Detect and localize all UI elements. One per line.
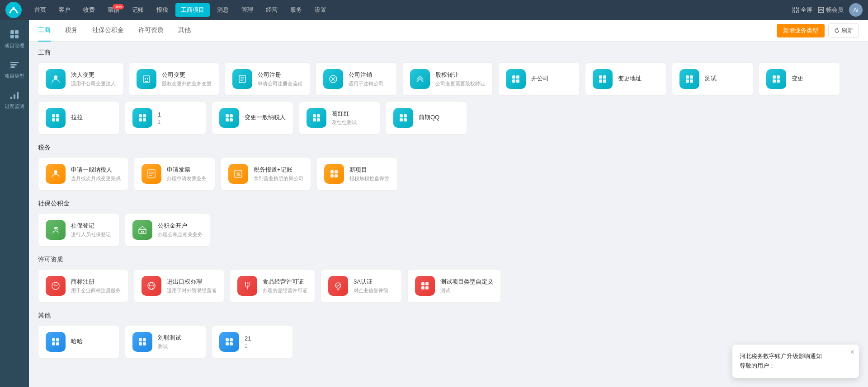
card-税务报道+记账[interactable]: 税税务报道+记账拿到营业执照的新公司 bbox=[221, 157, 311, 191]
card-股权转让[interactable]: 股权转让公司变更需要股权转让 bbox=[402, 62, 493, 96]
card-desc-公司注销: 适用于注销公司 bbox=[349, 80, 389, 87]
nav-item-消息[interactable]: 消息 bbox=[212, 3, 234, 17]
nav-item-设置[interactable]: 设置 bbox=[309, 3, 332, 17]
card-21[interactable]: 211 bbox=[212, 325, 293, 359]
svg-rect-43 bbox=[773, 79, 776, 83]
card-公司变更[interactable]: 公司变更股权变更外的业务变更 bbox=[129, 62, 219, 96]
nav-item-记账[interactable]: 记账 bbox=[127, 3, 149, 17]
card-法人变更[interactable]: 法人变更适用于公司变更法人 bbox=[38, 62, 123, 96]
card-text-21: 211 bbox=[245, 335, 285, 349]
card-desc-食品经营许可证: 办理食品经营许可证 bbox=[263, 287, 307, 294]
card-食品经营许可证[interactable]: 食品经营许可证办理食品经营许可证 bbox=[230, 269, 315, 303]
nav-item-客户[interactable]: 客户 bbox=[53, 3, 76, 17]
card-desc-21: 1 bbox=[245, 343, 285, 349]
sidebar-item-进度监测[interactable]: 进度监测 bbox=[0, 84, 29, 114]
card-text-公司注册: 公司注册申请公司注册全流程 bbox=[258, 71, 302, 87]
notification-close-button[interactable]: × bbox=[850, 348, 854, 356]
vip-button[interactable]: 畅会员 bbox=[818, 6, 844, 14]
refresh-button[interactable]: 刷新 bbox=[828, 23, 859, 38]
card-变更一般纳税人[interactable]: 变更一般纳税人 bbox=[212, 101, 293, 135]
sidebar-label-0: 项目管理 bbox=[5, 42, 24, 49]
card-测试项目类型自定义[interactable]: 测试项目类型自定义测试 bbox=[407, 269, 501, 303]
sub-tab-税务[interactable]: 税务 bbox=[65, 20, 78, 42]
card-新项目[interactable]: 新项目报税加税控盘保管 bbox=[316, 157, 398, 191]
card-text-公积金开户: 公积金开户办理公积金相关业务 bbox=[158, 222, 203, 238]
card-icon-变更一般纳税人 bbox=[219, 108, 239, 128]
card-icon-公司注册 bbox=[232, 69, 252, 89]
card-text-变更地址: 变更地址 bbox=[618, 75, 659, 84]
card-申请一般纳税人[interactable]: 申请一般纳税人当月或次月成变更完成 bbox=[38, 157, 128, 191]
avatar[interactable]: Ai bbox=[849, 3, 863, 17]
nav-item-经营[interactable]: 经营 bbox=[260, 3, 283, 17]
svg-rect-62 bbox=[404, 114, 407, 117]
card-desc-商标注册: 用于企业商标注册服务 bbox=[71, 287, 121, 294]
card-icon-公司注销 bbox=[323, 69, 343, 89]
card-商标注册[interactable]: ™商标注册用于企业商标注册服务 bbox=[38, 269, 128, 303]
card-葛红红[interactable]: 葛红红葛红红测试 bbox=[299, 101, 380, 135]
card-公积金开户[interactable]: 公积金开户办理公积金相关业务 bbox=[125, 213, 210, 247]
svg-point-17 bbox=[54, 75, 57, 79]
nav-item-票据[interactable]: 票据new bbox=[102, 3, 125, 17]
svg-rect-35 bbox=[599, 79, 602, 83]
card-测试[interactable]: 测试 bbox=[672, 62, 753, 96]
card-icon-食品经营许可证 bbox=[237, 276, 257, 296]
card-申请发票[interactable]: 申请发票办理申请发票业务 bbox=[134, 157, 215, 191]
nav-item-工商项目[interactable]: 工商项目 bbox=[175, 3, 210, 17]
svg-text:™: ™ bbox=[53, 284, 58, 289]
svg-rect-9 bbox=[10, 35, 14, 38]
svg-rect-16 bbox=[17, 92, 19, 99]
svg-rect-12 bbox=[10, 64, 17, 65]
vip-label: 畅会员 bbox=[826, 6, 844, 14]
card-1[interactable]: 11 bbox=[125, 101, 206, 135]
nav-item-报税[interactable]: 报税 bbox=[151, 3, 174, 17]
svg-rect-44 bbox=[777, 79, 780, 83]
card-进出口权办理[interactable]: 进出口权办理适用于对外贸易经营者 bbox=[134, 269, 224, 303]
card-icon-变更 bbox=[766, 69, 786, 89]
nav-item-管理[interactable]: 管理 bbox=[236, 3, 259, 17]
card-公司注销[interactable]: 公司注销适用于注销公司 bbox=[316, 62, 397, 96]
sidebar-item-项目类型[interactable]: 项目类型 bbox=[0, 54, 29, 84]
card-哈哈[interactable]: 哈哈 bbox=[38, 325, 119, 359]
svg-rect-4 bbox=[793, 11, 795, 13]
card-icon-公司变更 bbox=[137, 69, 156, 89]
card-text-食品经营许可证: 食品经营许可证办理食品经营许可证 bbox=[263, 278, 307, 294]
svg-rect-3 bbox=[797, 7, 799, 9]
card-开公司[interactable]: 开公司 bbox=[498, 62, 580, 96]
nav-item-首页[interactable]: 首页 bbox=[29, 3, 52, 17]
sidebar-item-项目管理[interactable]: 项目管理 bbox=[0, 23, 29, 54]
nav-item-服务[interactable]: 服务 bbox=[285, 3, 307, 17]
card-text-申请一般纳税人: 申请一般纳税人当月或次月成变更完成 bbox=[71, 166, 121, 182]
card-变更地址[interactable]: 变更地址 bbox=[585, 62, 666, 96]
card-text-申请发票: 申请发票办理申请发票业务 bbox=[167, 166, 208, 182]
svg-rect-50 bbox=[143, 114, 146, 117]
svg-rect-80 bbox=[143, 231, 144, 233]
logo-icon[interactable] bbox=[5, 2, 22, 18]
svg-rect-48 bbox=[56, 118, 59, 121]
card-text-开公司: 开公司 bbox=[531, 75, 572, 84]
card-公司注册[interactable]: 公司注册申请公司注册全流程 bbox=[225, 62, 310, 96]
card-拉拉[interactable]: 拉拉 bbox=[38, 101, 119, 135]
card-name-前期QQ: 前期QQ bbox=[419, 113, 459, 121]
card-刘聪测试[interactable]: 刘聪测试测试 bbox=[125, 325, 206, 359]
card-社保登记[interactable]: 社保登记进行人员社保登记 bbox=[38, 213, 119, 247]
svg-point-0 bbox=[5, 2, 22, 18]
sub-tab-其他[interactable]: 其他 bbox=[178, 20, 191, 42]
nav-right: 全屏 畅会员 Ai bbox=[793, 3, 863, 17]
fullscreen-button[interactable]: 全屏 bbox=[793, 6, 812, 14]
card-3A认证[interactable]: 3A认证对企业信誉评级 bbox=[321, 269, 402, 303]
card-icon-进出口权办理 bbox=[142, 276, 161, 296]
card-grid-工商: 法人变更适用于公司变更法人公司变更股权变更外的业务变更公司注册申请公司注册全流程… bbox=[38, 62, 859, 135]
card-icon-社保登记 bbox=[46, 220, 66, 240]
card-grid-税务: 申请一般纳税人当月或次月成变更完成申请发票办理申请发票业务税税务报道+记账拿到营… bbox=[38, 157, 859, 191]
svg-rect-14 bbox=[10, 97, 12, 99]
sub-tab-许可资质[interactable]: 许可资质 bbox=[138, 20, 164, 42]
sub-tab-工商[interactable]: 工商 bbox=[38, 20, 51, 42]
add-business-type-button[interactable]: 新增业务类型 bbox=[777, 24, 825, 37]
notification-text: 河北税务数字账户升级影响通知 尊敬的用户： bbox=[740, 352, 852, 371]
card-前期QQ[interactable]: 前期QQ bbox=[386, 101, 467, 135]
sub-tab-社保公积金[interactable]: 社保公积金 bbox=[92, 20, 124, 42]
card-text-拉拉: 拉拉 bbox=[71, 113, 112, 123]
card-变更[interactable]: 变更 bbox=[759, 62, 840, 96]
nav-item-收费[interactable]: 收费 bbox=[78, 3, 100, 17]
svg-text:税: 税 bbox=[236, 172, 241, 177]
